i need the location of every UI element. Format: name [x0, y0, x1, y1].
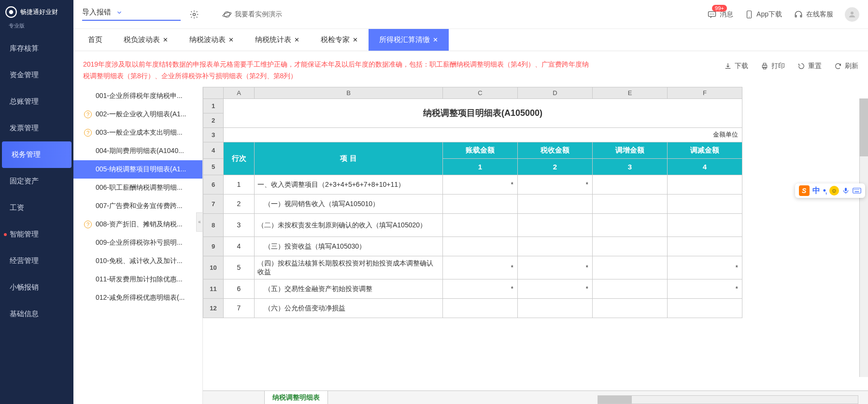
- sheet-title[interactable]: 纳税调整项目明细表(A105000): [224, 98, 742, 127]
- app-download-button[interactable]: App下载: [745, 10, 782, 19]
- cell-value[interactable]: [668, 175, 742, 194]
- col-header-F[interactable]: F: [668, 87, 742, 98]
- cell-value[interactable]: *: [668, 256, 742, 279]
- ime-mode-label[interactable]: 中: [812, 186, 820, 196]
- subheader-2[interactable]: 2: [518, 158, 593, 175]
- cell-value[interactable]: [593, 279, 668, 298]
- cell-item[interactable]: （四）按权益法核算长期股权投资对初始投资成本调整确认收益: [255, 256, 443, 279]
- page-tab[interactable]: 纳税波动表✕: [179, 29, 244, 51]
- row-header[interactable]: 11: [203, 279, 224, 298]
- cell-value[interactable]: [593, 298, 668, 318]
- vertical-scrollbar[interactable]: [859, 98, 868, 377]
- cell-value[interactable]: [668, 237, 742, 256]
- col-header-E[interactable]: E: [593, 87, 668, 98]
- cell-value[interactable]: [593, 194, 668, 213]
- row-header[interactable]: 7: [203, 194, 224, 213]
- row-header-3[interactable]: 3: [203, 127, 224, 142]
- close-icon[interactable]: ✕: [228, 36, 234, 43]
- form-list-item[interactable]: 011-研发费用加计扣除优惠...: [73, 270, 202, 289]
- cell-value[interactable]: [668, 298, 742, 318]
- cell-rownum[interactable]: 2: [224, 194, 255, 213]
- ime-mic-icon[interactable]: [842, 187, 850, 195]
- col-header-B[interactable]: B: [255, 87, 443, 98]
- cell-item[interactable]: 一、收入类调整项目（2+3+4+5+6+7+8+10+11）: [255, 175, 443, 194]
- page-tab[interactable]: 首页: [77, 29, 113, 51]
- messages-button[interactable]: 99+ 消息: [707, 10, 733, 19]
- cell-item[interactable]: （三）投资收益（填写A105030）: [255, 237, 443, 256]
- user-avatar[interactable]: [845, 7, 859, 22]
- cell-rownum[interactable]: 1: [224, 175, 255, 194]
- refresh-button[interactable]: 刷新: [834, 62, 858, 70]
- row-header-5[interactable]: 5: [203, 158, 224, 175]
- sheet-tab[interactable]: 纳税调整明细表: [265, 391, 328, 404]
- cell-value[interactable]: [518, 213, 593, 237]
- sidebar-item[interactable]: 库存核算: [0, 35, 73, 62]
- ime-emoji-icon[interactable]: ☺: [829, 186, 839, 195]
- subheader-1[interactable]: 1: [443, 158, 518, 175]
- form-list-item[interactable]: 007-广告费和业务宣传费跨...: [73, 197, 202, 215]
- settings-button[interactable]: [189, 10, 199, 19]
- header-book-amount[interactable]: 账载金额: [443, 142, 518, 158]
- page-tab[interactable]: 税负波动表✕: [113, 29, 179, 51]
- sidebar-item[interactable]: 智能管理: [0, 221, 73, 248]
- row-header-1[interactable]: 1: [203, 98, 224, 113]
- row-header[interactable]: 12: [203, 298, 224, 318]
- print-button[interactable]: 打印: [761, 62, 785, 70]
- form-list-item[interactable]: ?003-一般企业成本支出明细...: [73, 124, 202, 142]
- scrollbar-thumb[interactable]: [598, 396, 632, 404]
- cell-rownum[interactable]: 4: [224, 237, 255, 256]
- grid-corner[interactable]: [203, 87, 224, 98]
- reset-button[interactable]: 重置: [797, 62, 822, 70]
- online-service-button[interactable]: 在线客服: [794, 10, 833, 19]
- sidebar-item[interactable]: 资金管理: [0, 62, 73, 88]
- cell-value[interactable]: *: [518, 279, 593, 298]
- help-icon[interactable]: ?: [84, 111, 92, 118]
- sidebar-item[interactable]: 发票管理: [0, 115, 73, 141]
- cell-value[interactable]: *: [443, 256, 518, 279]
- row-header[interactable]: 8: [203, 213, 224, 237]
- sheet-grid[interactable]: A B C D E F 1 纳税调整项目明细表(A105000) 2: [203, 87, 868, 390]
- context-dropdown[interactable]: 导入报错: [82, 8, 181, 21]
- cell-value[interactable]: *: [443, 175, 518, 194]
- cell-value[interactable]: [593, 175, 668, 194]
- sidebar-item[interactable]: 基础信息: [0, 301, 73, 327]
- cell-value[interactable]: *: [518, 256, 593, 279]
- row-header-4[interactable]: 4: [203, 142, 224, 158]
- close-icon[interactable]: ✕: [433, 36, 438, 43]
- cell-value[interactable]: [443, 237, 518, 256]
- cell-item[interactable]: （一）视同销售收入（填写A105010）: [255, 194, 443, 213]
- form-list-item[interactable]: 004-期间费用明细表(A1040...: [73, 142, 202, 160]
- horizontal-scrollbar[interactable]: [598, 395, 858, 404]
- form-list-item[interactable]: 006-职工薪酬纳税调整明细...: [73, 179, 202, 197]
- cell-value[interactable]: [518, 237, 593, 256]
- ime-toolbar[interactable]: S 中 •, ☺: [795, 183, 865, 198]
- form-list-item[interactable]: 001-企业所得税年度纳税申...: [73, 87, 202, 105]
- sidebar-item[interactable]: 固定资产: [0, 168, 73, 195]
- sidebar-item[interactable]: 经营管理: [0, 248, 73, 274]
- header-rownum[interactable]: 行次: [224, 142, 255, 175]
- col-header-C[interactable]: C: [443, 87, 518, 98]
- cell-item[interactable]: （二）未按权责发生制原则确认的收入（填写A105020）: [255, 213, 443, 237]
- cell-value[interactable]: [443, 213, 518, 237]
- header-increase[interactable]: 调增金额: [593, 142, 668, 158]
- page-tab[interactable]: 税检专家✕: [310, 29, 369, 51]
- row-header-2[interactable]: 2: [203, 113, 224, 127]
- unit-cell[interactable]: 金额单位: [224, 127, 742, 142]
- row-header[interactable]: 10: [203, 256, 224, 279]
- row-header[interactable]: 6: [203, 175, 224, 194]
- cell-value[interactable]: [443, 298, 518, 318]
- form-list-item[interactable]: 009-企业所得税弥补亏损明...: [73, 234, 202, 252]
- cell-value[interactable]: [668, 194, 742, 213]
- cell-value[interactable]: *: [518, 175, 593, 194]
- help-icon[interactable]: ?: [84, 129, 92, 137]
- download-button[interactable]: 下载: [724, 62, 748, 70]
- help-icon[interactable]: ?: [84, 221, 92, 228]
- close-icon[interactable]: ✕: [294, 36, 299, 43]
- form-list-item[interactable]: 005-纳税调整项目明细表(A1...: [73, 160, 202, 179]
- page-tab[interactable]: 所得税汇算清缴✕: [369, 29, 449, 51]
- form-list-item[interactable]: ?002-一般企业收入明细表(A1...: [73, 105, 202, 124]
- cell-value[interactable]: *: [443, 279, 518, 298]
- form-list-item[interactable]: 010-免税、减计收入及加计...: [73, 252, 202, 270]
- collapse-handle[interactable]: «: [196, 212, 203, 232]
- cell-item[interactable]: （六）公允价值变动净损益: [255, 298, 443, 318]
